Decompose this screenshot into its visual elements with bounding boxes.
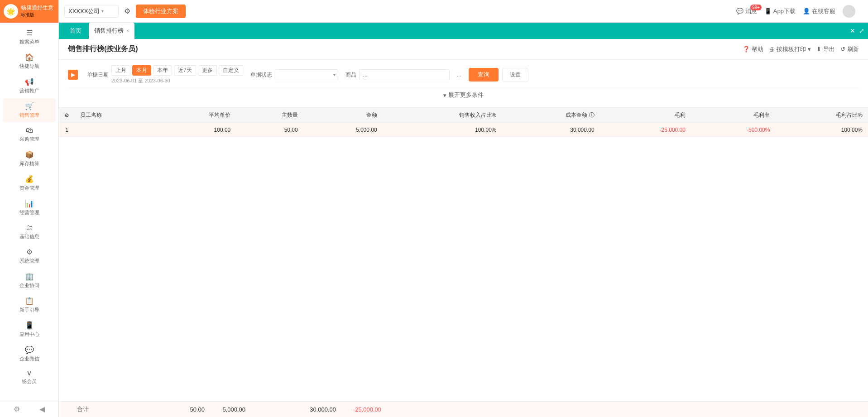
- cell-sales-pct: 100.00%: [383, 123, 502, 137]
- purchase-icon: 🛍: [26, 126, 33, 134]
- topbar-settings-icon[interactable]: ⚙: [124, 7, 130, 15]
- footer-cells: 50.00 5,000.00 30,000.00 -25,000.00: [132, 406, 863, 413]
- basic-info-icon: 🗂: [26, 224, 33, 232]
- goods-input[interactable]: [359, 69, 450, 80]
- tab-close-icon[interactable]: ×: [126, 29, 129, 34]
- guide-icon: 📋: [25, 297, 34, 305]
- tab-label: 销售排行榜: [94, 27, 124, 35]
- print-icon: 🖨: [769, 46, 775, 53]
- filter-expand-toggle[interactable]: ▶: [68, 70, 78, 80]
- footer-cost: 30,000.00: [291, 406, 336, 413]
- window-expand-icon[interactable]: ⤢: [859, 27, 864, 34]
- topbar-right: 💬 消息 99+ 📱 App下载 👤 在线客服: [736, 5, 863, 18]
- online-service-btn[interactable]: 👤 在线客服: [803, 7, 835, 15]
- date-btn-more[interactable]: 更多: [198, 65, 217, 76]
- company-dropdown-chevron: ▾: [101, 9, 104, 14]
- search-menu-icon: ☰: [26, 29, 33, 37]
- cell-gross-pct: 100.00%: [775, 123, 868, 137]
- query-btn[interactable]: 查询: [469, 68, 499, 81]
- template-print-label: 按模板打印: [777, 45, 806, 53]
- refresh-label: 刷新: [847, 45, 859, 53]
- footer-blank1: [132, 406, 168, 413]
- date-range-buttons: 上月 本月 本年 近7天 更多 自定义: [111, 65, 243, 76]
- tab-sales-ranking[interactable]: 销售排行榜 ×: [89, 23, 134, 39]
- sidebar-item-label: 销售管理: [19, 112, 39, 119]
- sidebar-item-search[interactable]: ☰ 搜索菜单: [3, 25, 56, 49]
- footer-blank2: [245, 406, 291, 413]
- sidebar-item-label: 资金管理: [19, 185, 39, 192]
- sidebar-item-app-center[interactable]: 📱 应用中心: [3, 317, 56, 341]
- sidebar-item-label: 经营管理: [19, 209, 39, 216]
- member-icon: V: [27, 370, 31, 377]
- try-industry-btn[interactable]: 体验行业方案: [136, 5, 186, 18]
- more-filter-btn[interactable]: ...: [457, 72, 461, 78]
- app-name: 畅康通好生意: [21, 5, 53, 12]
- sidebar-item-purchase[interactable]: 🛍 采购管理: [3, 123, 56, 146]
- sidebar-item-label: 应用中心: [19, 331, 39, 338]
- filter-goods: 商品: [345, 69, 450, 80]
- date-btn-custom[interactable]: 自定义: [219, 65, 243, 76]
- sidebar-item-member[interactable]: V 畅会员: [3, 366, 56, 388]
- app-logo: 🌟 畅康通好生意 标准版: [0, 0, 58, 23]
- online-service-icon: 👤: [803, 8, 810, 14]
- tab-home[interactable]: 首页: [62, 23, 89, 39]
- app-download-btn[interactable]: 📱 App下载: [764, 7, 796, 15]
- col-avg-price: 平均单价: [155, 108, 236, 123]
- window-controls: ✕ ⤢: [850, 27, 864, 34]
- refresh-btn[interactable]: ↺ 刷新: [840, 45, 859, 53]
- template-print-btn[interactable]: 🖨 按模板打印 ▾: [769, 45, 811, 53]
- col-settings[interactable]: ⚙: [59, 108, 75, 123]
- date-btn-this-year[interactable]: 本年: [153, 65, 172, 76]
- sidebar-item-label: 基础信息: [19, 233, 39, 240]
- message-badge: 99+: [750, 5, 762, 10]
- sidebar-item-guide[interactable]: 📋 新手引导: [3, 293, 56, 317]
- sidebar-item-enterprise-wx[interactable]: 💬 企业微信: [3, 342, 56, 366]
- status-select[interactable]: [275, 69, 338, 80]
- sidebar-collapse-btn[interactable]: ◀: [39, 405, 45, 413]
- window-close-icon[interactable]: ✕: [850, 27, 855, 34]
- sidebar-item-system[interactable]: ⚙ 系统管理: [3, 244, 56, 268]
- help-btn[interactable]: ❓ 帮助: [743, 45, 763, 53]
- sidebar-item-label: 新手引导: [19, 307, 39, 313]
- sidebar-item-marketing[interactable]: 📢 营销推广: [3, 74, 56, 98]
- app-edition: 标准版: [21, 12, 53, 18]
- filter-date: 单据日期 上月 本月 本年 近7天 更多 自定义 2023-06-01 至 20…: [87, 65, 243, 84]
- company-selector[interactable]: XXXXX公司 ▾: [64, 5, 119, 18]
- home-icon: 🏠: [25, 53, 34, 62]
- sidebar-item-label: 快捷导航: [19, 63, 39, 70]
- cell-cost: 30,000.00: [502, 123, 600, 137]
- page-header: 销售排行榜(按业务员) ❓ 帮助 🖨 按模板打印 ▾ ⬇ 导出 ↺ 刷新: [59, 39, 868, 60]
- sidebar-item-label: 库存核算: [19, 160, 39, 167]
- settings-link-btn[interactable]: 设置: [502, 68, 528, 82]
- topbar: XXXXX公司 ▾ ⚙ 体验行业方案 💬 消息 99+ 📱 App下载 👤 在线…: [59, 0, 868, 23]
- user-avatar[interactable]: [843, 5, 855, 18]
- date-btn-this-month[interactable]: 本月: [132, 65, 151, 76]
- page-header-actions: ❓ 帮助 🖨 按模板打印 ▾ ⬇ 导出 ↺ 刷新: [743, 45, 859, 53]
- export-btn[interactable]: ⬇ 导出: [816, 45, 835, 53]
- sidebar-item-finance[interactable]: 💰 资金管理: [3, 171, 56, 195]
- system-icon: ⚙: [26, 248, 33, 256]
- date-btn-last-month[interactable]: 上月: [111, 65, 130, 76]
- date-btn-7days[interactable]: 近7天: [174, 65, 196, 76]
- sidebar-item-sales[interactable]: 🛒 销售管理: [3, 98, 56, 122]
- sidebar-item-operations[interactable]: 📊 经营管理: [3, 196, 56, 220]
- sidebar-item-label: 企业微信: [19, 355, 39, 362]
- sidebar-item-basic-info[interactable]: 🗂 基础信息: [3, 220, 56, 244]
- export-icon: ⬇: [816, 46, 821, 53]
- sidebar-nav: ☰ 搜索菜单 🏠 快捷导航 📢 营销推广 🛒 销售管理 🛍 采购管理 📦 库存核…: [0, 23, 58, 401]
- sidebar-item-label: 采购管理: [19, 136, 39, 143]
- cell-name: [75, 123, 155, 137]
- sidebar-settings-btn[interactable]: ⚙: [14, 405, 20, 413]
- status-select-wrap: [275, 69, 338, 80]
- online-service-label: 在线客服: [812, 7, 835, 15]
- sidebar-item-enterprise[interactable]: 🏢 企业协同: [3, 268, 56, 292]
- finance-icon: 💰: [25, 175, 34, 183]
- sidebar-item-inventory[interactable]: 📦 库存核算: [3, 147, 56, 171]
- sidebar-item-quick-nav[interactable]: 🏠 快捷导航: [3, 49, 56, 73]
- message-btn[interactable]: 💬 消息 99+: [736, 7, 757, 15]
- expand-conditions-btn[interactable]: ▾ 展开更多条件: [68, 88, 859, 102]
- enterprise-wx-icon: 💬: [25, 345, 34, 354]
- status-filter-label: 单据状态: [250, 71, 272, 79]
- col-name: 员工名称: [75, 108, 155, 123]
- cell-amount: 5,000.00: [303, 123, 383, 137]
